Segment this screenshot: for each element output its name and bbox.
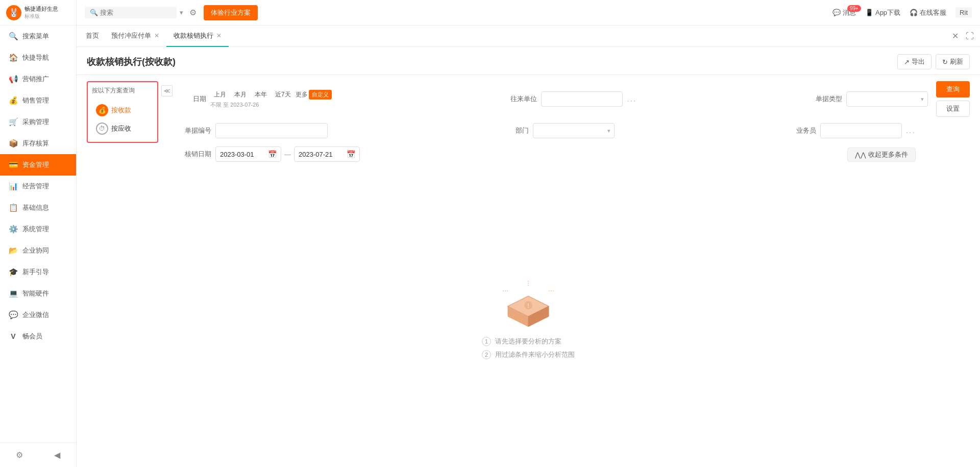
date-tab-custom[interactable]: 自定义 [309,90,332,100]
date-tab-more[interactable]: 更多 [296,90,308,99]
sidebar-item-enterprise[interactable]: 📂 企业协同 [0,240,76,261]
export-button[interactable]: ↗ 导出 [897,54,932,69]
date-label: 日期 [181,94,206,104]
dept-label: 部门 [503,126,529,135]
app-download-button[interactable]: 📱 App下载 [865,8,900,17]
sidebar-item-fund[interactable]: 💳 资金管理 [0,154,76,176]
tab-home-label: 首页 [86,31,99,40]
date-tab-this-month[interactable]: 本月 [231,89,250,100]
tab-close-window-btn[interactable]: ✕ [950,29,961,43]
dept-select-wrapper [533,123,615,138]
empty-tip-1: 1 请先选择要分析的方案 [482,335,575,348]
dept-select[interactable] [533,123,615,138]
filter-by-receivable[interactable]: ⏱ 按应收 [92,119,153,138]
date-no-limit: 不限 [210,102,222,108]
doc-type-select-wrapper [846,91,928,107]
message-icon: 💬 [832,9,841,16]
sidebar-item-quick-nav[interactable]: 🏠 快捷导航 [0,47,76,68]
writeoff-date-start-box[interactable]: 📅 [215,146,281,162]
calendar-start-icon[interactable]: 📅 [268,150,277,158]
tip-text-1: 请先选择要分析的方案 [495,335,561,348]
setting-button[interactable]: 设置 [936,101,970,117]
sidebar-item-label: 快捷导航 [22,53,49,62]
filter-panel-title: 按以下方案查询 [92,86,153,97]
staff-field: 业务员 ... [791,123,916,138]
tab-writeoff-close-icon[interactable]: ✕ [216,32,222,39]
date-tab-last-month[interactable]: 上月 [210,89,230,100]
doc-number-input[interactable] [215,123,328,138]
tab-prepay[interactable]: 预付冲应付单 ✕ [104,26,166,47]
counterpart-input[interactable] [541,91,623,107]
home-icon: 🏠 [8,53,18,62]
header-gear-icon[interactable]: ⚙ [189,8,197,17]
header-search-input[interactable] [100,9,166,16]
industry-solution-button[interactable]: 体验行业方案 [204,5,258,20]
sidebar-item-inventory[interactable]: 📦 库存核算 [0,133,76,154]
logo-sub: 标准版 [24,13,58,20]
writeoff-date-end-input[interactable] [299,151,345,158]
settings-bottom-btn[interactable]: ⚙ [13,447,26,463]
filter-row-2: 单据编号 部门 业务员 [181,123,970,138]
collapse-filter-btn[interactable]: ≪ [161,85,173,96]
date-tab-7days[interactable]: 近7天 [272,89,295,100]
more-conditions-button[interactable]: ⋀⋀ 收起更多条件 [847,148,916,162]
date-tab-this-year[interactable]: 本年 [251,89,271,100]
sidebar-item-label: 搜索菜单 [22,32,49,41]
dept-field: 部门 [503,123,615,138]
staff-input[interactable] [820,123,902,138]
sidebar-item-sales[interactable]: 💰 销售管理 [0,90,76,111]
filter-by-receipt[interactable]: 💰 按收款 [92,101,153,119]
user-label: Rit [960,9,968,16]
sidebar-item-vip[interactable]: V 畅会员 [0,326,76,347]
online-service-button[interactable]: 🎧 在线客服 [910,8,946,17]
doc-type-field: 单据类型 [812,91,928,107]
sidebar-item-search[interactable]: 🔍 搜索菜单 [0,26,76,47]
header-chevron-icon[interactable]: ▾ [180,9,183,16]
sidebar-item-marketing[interactable]: 📢 营销推广 [0,68,76,90]
sidebar-item-basic-info[interactable]: 📋 基础信息 [0,197,76,218]
sidebar-item-hardware[interactable]: 💻 智能硬件 [0,283,76,304]
more-conditions-label: 收起更多条件 [868,150,908,159]
header-search-box[interactable]: 🔍 [85,7,177,18]
tab-home[interactable]: 首页 [81,26,104,47]
tab-maximize-btn[interactable]: ⛶ [964,30,976,43]
page-actions: ↗ 导出 ↻ 刷新 [897,54,970,69]
sidebar-item-label: 畅会员 [22,332,42,341]
sidebar-item-label: 智能硬件 [22,289,49,298]
page-title: 收款核销执行(按收款) [87,56,176,68]
sidebar-item-label: 库存核算 [22,139,49,148]
date-sub-text: 不限 至 2023-07-26 [210,101,332,109]
collapse-icon: ⋀⋀ [855,151,866,159]
more-conditions-area: ⋀⋀ 收起更多条件 [646,144,916,164]
writeoff-date-end-box[interactable]: 📅 [294,146,360,162]
system-icon: ⚙️ [8,225,18,234]
collapse-sidebar-btn[interactable]: ◀ [51,447,63,463]
sidebar-item-wechat[interactable]: 💬 企业微信 [0,304,76,326]
writeoff-date-range: 📅 — 📅 [215,146,360,162]
refresh-button[interactable]: ↻ 刷新 [936,54,970,69]
sidebar-item-purchase[interactable]: 🛒 采购管理 [0,111,76,133]
doc-type-select[interactable] [846,91,928,107]
sidebar-item-operation[interactable]: 📊 经营管理 [0,176,76,197]
sidebar-item-label: 销售管理 [22,96,49,105]
counterpart-dots[interactable]: ... [627,94,636,104]
page-content: 收款核销执行(按收款) ↗ 导出 ↻ 刷新 按以下方案查询 💰 [77,47,980,467]
staff-dots[interactable]: ... [906,126,916,135]
tab-prepay-close-icon[interactable]: ✕ [154,32,159,39]
enterprise-icon: 📂 [8,246,18,255]
writeoff-date-start-input[interactable] [220,151,266,158]
calendar-end-icon[interactable]: 📅 [347,150,355,158]
filter-panel: 按以下方案查询 💰 按收款 ⏱ 按应收 [87,81,158,143]
sidebar-item-guide[interactable]: 🎓 新手引导 [0,261,76,283]
sidebar: 🐰 畅捷通好生意 标准版 🔍 搜索菜单 🏠 快捷导航 📢 营销推广 💰 销售管理… [0,0,77,467]
user-account-button[interactable]: Rit [955,7,972,18]
logo-icon: 🐰 [6,5,21,20]
message-button[interactable]: 💬 消息 99+ [832,8,856,17]
sidebar-item-system[interactable]: ⚙️ 系统管理 [0,218,76,240]
svg-text:!: ! [528,303,529,309]
tab-prepay-label: 预付冲应付单 [111,31,151,40]
empty-tips: 1 请先选择要分析的方案 2 用过滤条件来缩小分析范围 [482,335,575,361]
inventory-icon: 📦 [8,139,18,148]
query-button[interactable]: 查询 [936,81,970,97]
tab-writeoff[interactable]: 收款核销执行 ✕ [166,26,229,47]
